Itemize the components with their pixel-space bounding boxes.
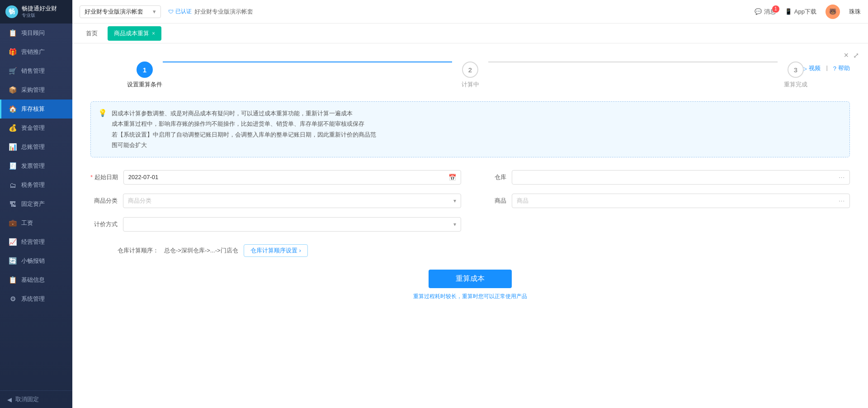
- step-line-1: [163, 62, 452, 62]
- help-buttons: ▷ 视频 | ? 帮助: [802, 64, 850, 72]
- warehouse-more-icon[interactable]: ···: [839, 174, 845, 180]
- sidebar-item-label: 系统管理: [21, 295, 45, 303]
- sidebar-item-finance[interactable]: 💰 资金管理: [0, 119, 72, 138]
- sidebar-item-system[interactable]: ⚙ 系统管理: [0, 289, 72, 308]
- sidebar-logo: 畅 畅捷通好业财 专业版: [0, 0, 72, 24]
- sidebar-item-invoice[interactable]: 🧾 发票管理: [0, 157, 72, 176]
- form: * 起始日期 2022-07-01 📅 仓库 ···: [90, 170, 850, 232]
- help-label: 帮助: [838, 64, 850, 72]
- sidebar-item-label: 资金管理: [21, 124, 45, 132]
- goods-placeholder: 商品: [517, 197, 839, 205]
- expense-icon: 🔄: [9, 257, 17, 265]
- purchase-icon: 📦: [9, 86, 17, 94]
- marketing-icon: 🎁: [9, 48, 17, 56]
- tab-cost[interactable]: 商品成本重算 ×: [108, 26, 161, 41]
- warehouse-label: 仓库: [479, 173, 506, 181]
- message-badge: 1: [772, 5, 779, 13]
- sidebar-item-inventory[interactable]: 🏠 库存核算: [0, 100, 72, 119]
- step-2-label: 计算中: [462, 81, 479, 89]
- warehouse-field: 仓库 ···: [479, 170, 850, 185]
- warehouse-order-label: 仓库计算顺序：: [118, 247, 159, 255]
- app-download-button[interactable]: 📱 App下载: [785, 8, 816, 16]
- help-button[interactable]: ? 帮助: [833, 64, 850, 72]
- chevron-right-icon: ›: [299, 247, 301, 254]
- step-line-2: [488, 62, 778, 62]
- unpin-label: 取消固定: [15, 395, 39, 403]
- step-1-label: 设置重算条件: [127, 81, 162, 89]
- base-icon: 📋: [9, 276, 17, 284]
- info-text: 因成本计算参数调整、或是对商品成本有疑问时，可以通过成本重算功能，重新计算一遍成…: [112, 108, 376, 151]
- avatar-image: 🐻: [829, 8, 836, 15]
- warehouse-order-btn-label: 仓库计算顺序设置: [250, 247, 297, 255]
- goods-label: 商品: [479, 197, 506, 205]
- sidebar-item-salary[interactable]: 💼 工资: [0, 213, 72, 232]
- warehouse-input[interactable]: ···: [512, 170, 850, 185]
- sidebar-item-sales[interactable]: 🛒 销售管理: [0, 62, 72, 81]
- sidebar: 畅 畅捷通好业财 专业版 📋 项目顾问 🎁 营销推广 🛒 销售管理 📦 采购管理…: [0, 0, 72, 408]
- account-dropdown-icon: ▾: [153, 8, 156, 15]
- sidebar-item-expense[interactable]: 🔄 小畅报销: [0, 251, 72, 270]
- step-connector-1: [163, 62, 452, 72]
- account-selector[interactable]: 好业财专业版演示帐套 ▾: [80, 5, 161, 18]
- sidebar-item-label: 销售管理: [21, 67, 45, 75]
- sidebar-item-label: 采购管理: [21, 86, 45, 94]
- message-button[interactable]: 💬 消息 1: [755, 8, 776, 16]
- sales-icon: 🛒: [9, 67, 17, 75]
- sidebar-item-label: 营销推广: [21, 48, 45, 56]
- pricing-input[interactable]: ▾: [123, 217, 461, 232]
- warehouse-order-settings-button[interactable]: 仓库计算顺序设置 ›: [244, 244, 308, 257]
- sidebar-item-marketing[interactable]: 🎁 营销推广: [0, 43, 72, 62]
- pricing-dropdown-icon[interactable]: ▾: [453, 221, 456, 228]
- sidebar-item-project[interactable]: 📋 项目顾问: [0, 24, 72, 43]
- tab-home[interactable]: 首页: [80, 26, 104, 41]
- sidebar-item-operation[interactable]: 📈 经营管理: [0, 232, 72, 251]
- sidebar-item-label: 小畅报销: [21, 257, 45, 265]
- category-dropdown-icon[interactable]: ▾: [453, 198, 456, 204]
- content-area: × ⤢ 1 设置重算条件 2: [72, 43, 868, 408]
- asset-icon: 🏗: [9, 200, 17, 208]
- sidebar-item-base[interactable]: 📋 基础信息: [0, 270, 72, 289]
- main-area: 好业财专业版演示帐套 ▾ 🛡 已认证 好业财专业版演示帐套 💬 消息 1 📱 A…: [72, 0, 868, 408]
- step-3-label: 重算完成: [784, 81, 807, 89]
- goods-input[interactable]: 商品 ···: [512, 194, 850, 208]
- accounting-icon: 📊: [9, 143, 17, 151]
- project-icon: 📋: [9, 29, 17, 37]
- category-input[interactable]: 商品分类 ▾: [123, 194, 461, 208]
- sidebar-item-label: 固定资产: [21, 200, 45, 208]
- required-mark: *: [90, 174, 93, 180]
- sidebar-unpin-button[interactable]: ◀ 取消固定: [0, 390, 72, 408]
- pricing-label: 计价方式: [90, 220, 118, 228]
- step-3-circle: 3: [788, 62, 804, 78]
- sidebar-item-purchase[interactable]: 📦 采购管理: [0, 81, 72, 100]
- account-name: 好业财专业版演示帐套: [85, 8, 150, 16]
- sidebar-item-label: 项目顾问: [21, 29, 45, 37]
- step-2-circle: 2: [462, 62, 478, 78]
- unpin-icon: ◀: [7, 396, 12, 403]
- recalculate-button[interactable]: 重算成本: [429, 270, 512, 288]
- sidebar-item-tax[interactable]: 🗂 税务管理: [0, 176, 72, 195]
- system-icon: ⚙: [9, 295, 17, 303]
- start-date-input[interactable]: 2022-07-01 📅: [123, 170, 461, 185]
- divider: |: [826, 64, 827, 72]
- sidebar-item-label: 工资: [21, 219, 33, 227]
- app-edition: 专业版: [22, 12, 57, 19]
- inventory-icon: 🏠: [9, 105, 17, 113]
- tab-cost-close[interactable]: ×: [152, 30, 155, 37]
- invoice-icon: 🧾: [9, 162, 17, 170]
- app-name: 畅捷通好业财: [22, 5, 57, 13]
- sidebar-item-accounting[interactable]: 📊 总账管理: [0, 138, 72, 157]
- sidebar-item-label: 总账管理: [21, 143, 45, 151]
- panel-expand-button[interactable]: ⤢: [853, 51, 859, 60]
- video-button[interactable]: ▷ 视频: [802, 64, 821, 72]
- category-label: 商品分类: [90, 197, 118, 205]
- user-avatar[interactable]: 🐻: [826, 5, 840, 19]
- app-download-label: App下载: [794, 8, 816, 16]
- calendar-icon[interactable]: 📅: [448, 174, 456, 181]
- verified-text: 已认证: [175, 8, 192, 15]
- operation-icon: 📈: [9, 238, 17, 246]
- tax-icon: 🗂: [9, 181, 17, 189]
- warehouse-order-row: 仓库计算顺序： 总仓->深圳仓库->...->门店仓 仓库计算顺序设置 ›: [90, 244, 850, 257]
- warehouse-order-value: 总仓->深圳仓库->...->门店仓: [164, 247, 238, 255]
- goods-more-icon[interactable]: ···: [839, 197, 845, 204]
- sidebar-item-asset[interactable]: 🏗 固定资产: [0, 195, 72, 213]
